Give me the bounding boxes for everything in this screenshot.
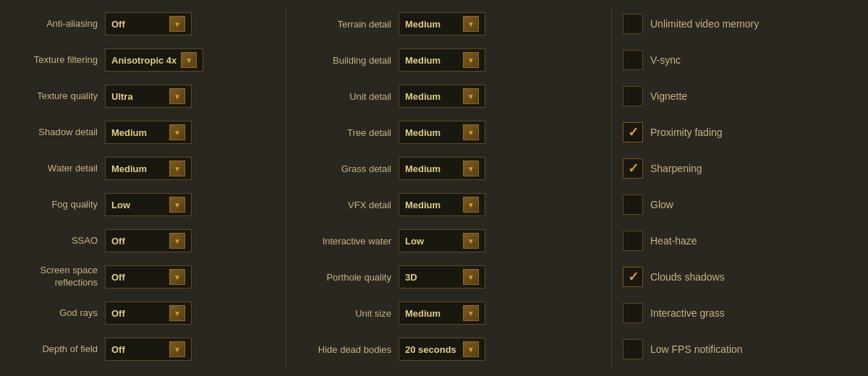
- settings-container: Anti-aliasingOffTexture filteringAnisotr…: [0, 0, 868, 376]
- dropdown-arrow-icon: [181, 52, 197, 68]
- checkbox-sharpening[interactable]: ✓: [623, 158, 643, 179]
- dropdown-god-rays[interactable]: Off: [105, 302, 192, 325]
- dropdown-value: Low: [405, 236, 459, 247]
- setting-row: Anti-aliasingOff: [11, 7, 278, 40]
- checkbox-label: Unlimited video memory: [643, 18, 759, 30]
- setting-label: Depth of field: [11, 343, 105, 356]
- setting-label: Shadow detail: [11, 127, 105, 139]
- dropdown-value: Medium: [405, 200, 459, 210]
- setting-label: Texture filtering: [11, 54, 105, 67]
- dropdown-texture-quality[interactable]: Ultra: [105, 85, 192, 108]
- setting-label: VFX detail: [294, 200, 399, 210]
- checkbox-row: Unlimited video memory: [623, 7, 854, 40]
- setting-row: Grass detailMedium: [294, 152, 604, 185]
- dropdown-arrow-icon: [463, 52, 479, 68]
- setting-row: Building detailMedium: [294, 43, 604, 77]
- setting-label: Hide dead bodies: [294, 344, 399, 355]
- dropdown-screen-space-reflections[interactable]: Off: [105, 265, 192, 289]
- checkmark-icon: ✓: [628, 162, 639, 175]
- dropdown-porthole-quality[interactable]: 3D: [399, 265, 485, 289]
- checkbox-proximity-fading[interactable]: ✓: [623, 122, 643, 142]
- left-column: Anti-aliasingOffTexture filteringAnisotr…: [4, 7, 286, 369]
- checkbox-row: Heat-haze: [623, 224, 854, 257]
- setting-label: Porthole quality: [294, 272, 399, 283]
- dropdown-building-detail[interactable]: Medium: [399, 48, 485, 72]
- checkbox-v-sync[interactable]: [623, 50, 643, 70]
- dropdown-depth-of-field[interactable]: Off: [105, 338, 192, 361]
- dropdown-value: Medium: [405, 127, 459, 138]
- setting-row: Tree detailMedium: [294, 116, 604, 149]
- middle-column: Terrain detailMediumBuilding detailMediu…: [286, 7, 611, 369]
- setting-row: Interactive waterLow: [294, 224, 604, 257]
- dropdown-interactive-water[interactable]: Low: [399, 229, 485, 252]
- checkbox-label: Proximity fading: [643, 127, 723, 138]
- dropdown-value: Off: [111, 19, 165, 30]
- setting-row: VFX detailMedium: [294, 188, 604, 221]
- dropdown-value: Medium: [111, 127, 165, 138]
- dropdown-arrow-icon: [463, 197, 479, 213]
- setting-label: Building detail: [294, 55, 399, 66]
- setting-row: Unit sizeMedium: [294, 296, 604, 330]
- checkbox-row: Vignette: [623, 80, 854, 113]
- setting-label: Unit detail: [294, 91, 399, 102]
- dropdown-arrow-icon: [463, 88, 479, 104]
- dropdown-shadow-detail[interactable]: Medium: [105, 121, 192, 144]
- dropdown-texture-filtering[interactable]: Anisotropic 4x: [105, 48, 203, 72]
- setting-label: Anti-aliasing: [11, 18, 105, 30]
- dropdown-unit-size[interactable]: Medium: [399, 302, 485, 325]
- checkbox-label: Low FPS notification: [643, 343, 743, 355]
- checkbox-clouds-shadows[interactable]: ✓: [623, 267, 643, 287]
- checkmark-icon: ✓: [628, 126, 639, 139]
- checkbox-row: V-sync: [623, 43, 854, 77]
- checkbox-label: Glow: [643, 199, 673, 210]
- dropdown-unit-detail[interactable]: Medium: [399, 85, 485, 108]
- checkbox-unlimited-video-memory[interactable]: [623, 14, 643, 34]
- setting-label: God rays: [11, 307, 105, 320]
- checkbox-label: Sharpening: [643, 163, 702, 174]
- checkbox-low-fps-notification[interactable]: [623, 339, 643, 359]
- dropdown-hide-dead-bodies[interactable]: 20 seconds: [399, 338, 485, 361]
- right-column: Unlimited video memoryV-syncVignette✓Pro…: [611, 7, 864, 369]
- dropdown-value: Medium: [405, 163, 459, 174]
- checkbox-glow[interactable]: [623, 195, 643, 215]
- dropdown-fog-quality[interactable]: Low: [105, 193, 192, 216]
- checkbox-heat-haze[interactable]: [623, 231, 643, 251]
- dropdown-arrow-icon: [169, 341, 185, 357]
- dropdown-grass-detail[interactable]: Medium: [399, 157, 485, 180]
- dropdown-value: Medium: [405, 55, 459, 66]
- dropdown-value: Off: [111, 272, 165, 283]
- checkmark-icon: ✓: [628, 270, 639, 283]
- checkbox-row: Interactive grass: [623, 296, 854, 330]
- setting-label: Texture quality: [11, 90, 105, 103]
- dropdown-arrow-icon: [169, 124, 185, 140]
- dropdown-arrow-icon: [169, 197, 185, 213]
- dropdown-arrow-icon: [169, 161, 185, 176]
- dropdown-arrow-icon: [169, 88, 185, 104]
- dropdown-arrow-icon: [463, 341, 479, 357]
- dropdown-arrow-icon: [169, 269, 185, 285]
- dropdown-terrain-detail[interactable]: Medium: [399, 12, 485, 35]
- setting-row: Terrain detailMedium: [294, 7, 604, 40]
- dropdown-arrow-icon: [463, 233, 479, 249]
- dropdown-anti-aliasing[interactable]: Off: [105, 12, 192, 35]
- dropdown-value: Medium: [111, 163, 165, 174]
- dropdown-vfx-detail[interactable]: Medium: [399, 193, 485, 216]
- dropdown-tree-detail[interactable]: Medium: [399, 121, 485, 144]
- checkbox-interactive-grass[interactable]: [623, 303, 643, 323]
- dropdown-arrow-icon: [463, 161, 479, 176]
- dropdown-arrow-icon: [169, 305, 185, 321]
- dropdown-value: Anisotropic 4x: [111, 55, 176, 66]
- setting-label: Fog quality: [11, 199, 105, 211]
- checkbox-label: Clouds shadows: [643, 271, 725, 283]
- setting-row: Texture filteringAnisotropic 4x: [11, 43, 278, 77]
- setting-label: Tree detail: [294, 127, 399, 138]
- dropdown-water-detail[interactable]: Medium: [105, 157, 192, 180]
- setting-label: SSAO: [11, 235, 105, 247]
- checkbox-vignette[interactable]: [623, 86, 643, 106]
- dropdown-ssao[interactable]: Off: [105, 229, 192, 252]
- checkbox-row: ✓Clouds shadows: [623, 260, 854, 294]
- dropdown-value: Low: [111, 200, 165, 210]
- dropdown-value: Off: [111, 236, 165, 247]
- setting-row: Fog qualityLow: [11, 188, 278, 221]
- dropdown-value: 20 seconds: [405, 344, 459, 355]
